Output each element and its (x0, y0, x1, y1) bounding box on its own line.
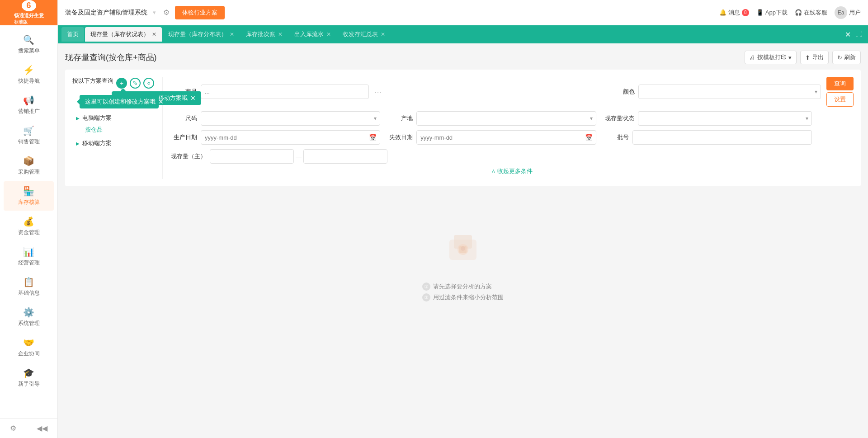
logo-icon: 6 (22, 0, 36, 11)
sidebar-item-system[interactable]: ⚙️ 系统管理 (4, 302, 54, 332)
page-title: 现存量查询(按仓库+商品) (65, 52, 157, 63)
scheme-group-desktop-header[interactable]: ▶ 电脑端方案 (72, 112, 159, 124)
exp-date-calendar-icon[interactable]: 📅 (585, 134, 593, 141)
tooltip2-close[interactable]: ✕ (158, 98, 164, 105)
sidebar-item-label: 采购管理 (18, 168, 40, 176)
print-btn[interactable]: 🖨 按模板打印 ▾ (745, 51, 797, 64)
app-download-action[interactable]: 📱 App下载 (756, 9, 788, 17)
sidebar-item-search[interactable]: 🔍 搜索菜单 (4, 30, 54, 59)
color-select-wrap: ▾ (638, 85, 821, 99)
scheme-group-desktop: ▶ 电脑端方案 按仓品 (72, 112, 159, 136)
tab-collect[interactable]: 收发存汇总表 ✕ (337, 27, 391, 42)
sidebar-item-label: 库存核算 (18, 198, 40, 206)
scheme-group-mobile-header[interactable]: ▶ 移动端方案 (72, 137, 159, 149)
filter-body: 按以下方案查询 + ✎ 电脑方案可设为移动方案哦 ✕ « (72, 77, 854, 179)
dropdown-icon: ▾ (788, 54, 792, 61)
handshake-icon: 🤝 (23, 337, 34, 348)
mobile-icon: 📱 (756, 9, 764, 16)
filter-rows: 商品 ⋯ 颜色 ▾ (170, 77, 854, 164)
scheme-tree: ▶ 电脑端方案 按仓品 ▶ 移动端方案 (72, 112, 159, 149)
sidebar-item-basic[interactable]: 📋 基础信息 (4, 272, 54, 301)
tab-expand[interactable]: ⛶ (855, 30, 863, 38)
tab-home[interactable]: 首页 (61, 27, 84, 42)
stock-status-select[interactable] (638, 111, 812, 126)
sidebar-item-guide[interactable]: 🎓 新手引导 (4, 363, 54, 392)
edit-scheme-btn[interactable]: ✎ (130, 78, 141, 89)
mobile-group-label: 移动端方案 (82, 139, 112, 147)
exp-date-wrap: 📅 (416, 130, 596, 145)
sidebar-item-purchase[interactable]: 📦 采购管理 (4, 151, 54, 180)
stock-main-max-input[interactable] (303, 149, 387, 164)
guide-icon: 🎓 (23, 367, 34, 378)
scheme-panel: 按以下方案查询 + ✎ 电脑方案可设为移动方案哦 ✕ « (72, 77, 163, 179)
sidebar-item-label: 快捷导航 (18, 77, 40, 85)
tab-close-all[interactable]: ✕ (845, 30, 851, 39)
sidebar-item-sales[interactable]: 🛒 销售管理 (4, 121, 54, 150)
experience-btn[interactable]: 体验行业方案 (175, 6, 225, 19)
sidebar-item-label: 系统管理 (18, 320, 40, 327)
export-btn[interactable]: ⬆ 导出 (800, 51, 829, 64)
tab-inventory-dist-close[interactable]: ✕ (230, 31, 234, 38)
prod-date-input[interactable] (201, 130, 380, 145)
goods-dots-btn[interactable]: ⋯ (373, 88, 383, 96)
tab-batch[interactable]: 库存批次账 ✕ (241, 27, 288, 42)
filter-field-stock-main: 现存量（主） — (170, 149, 387, 164)
size-label: 尺码 (170, 114, 197, 122)
chart-icon: 📊 (23, 246, 34, 257)
stock-main-min-input[interactable] (210, 149, 294, 164)
tab-inout[interactable]: 出入库流水 ✕ (289, 27, 336, 42)
sidebar-item-marketing[interactable]: 📢 营销推广 (4, 90, 54, 120)
tooltip1-close[interactable]: ✕ (190, 94, 196, 102)
query-button[interactable]: 查询 (826, 77, 854, 90)
tabbar: 首页 现存量（库存状况表） ✕ 现存量（库存分布表） ✕ 库存批次账 ✕ 出入库… (58, 25, 868, 43)
sidebar-item-operation[interactable]: 📊 经营管理 (4, 242, 54, 271)
tooltip-scheme-create: 这里可以创建和修改方案哦 ✕ (80, 95, 159, 108)
sidebar-settings-btn[interactable]: ⚙ (10, 424, 16, 433)
refresh-icon: ↻ (837, 54, 842, 61)
tab-collect-close[interactable]: ✕ (381, 31, 385, 38)
tab-inventory-status[interactable]: 现存量（库存状况表） ✕ (85, 27, 162, 42)
tab-batch-label: 库存批次账 (246, 30, 275, 38)
collapse-row[interactable]: ∧ 收起更多条件 (170, 164, 854, 179)
exp-date-input[interactable] (416, 130, 596, 145)
filter-field-batch: 批号 (602, 130, 812, 145)
message-action[interactable]: 🔔 消息 8 (719, 9, 749, 17)
sidebar-bottom: ⚙ ◀◀ (0, 418, 57, 438)
empty-steps-list: ① 请先选择要分析的方案 ② 用过滤条件来缩小分析范围 (422, 283, 504, 304)
origin-select[interactable] (416, 111, 596, 126)
origin-select-wrap: ▾ (416, 111, 596, 126)
sidebar-collapse-btn[interactable]: ◀◀ (37, 424, 47, 433)
scheme-item-warehouse[interactable]: 按仓品 (72, 124, 159, 136)
reset-button[interactable]: 设置 (826, 92, 854, 107)
goods-input[interactable] (201, 85, 369, 99)
export-icon: ⬆ (805, 54, 810, 61)
tab-inventory-dist[interactable]: 现存量（库存分布表） ✕ (163, 27, 240, 42)
refresh-btn[interactable]: ↻ 刷新 (832, 51, 861, 64)
tab-inout-close[interactable]: ✕ (326, 31, 331, 38)
sidebar-item-finance[interactable]: 💰 资金管理 (4, 212, 54, 241)
back-scheme-btn[interactable]: « (143, 78, 154, 89)
sidebar-item-quick[interactable]: ⚡ 快捷导航 (4, 60, 54, 89)
user-action[interactable]: Ea 用户 (835, 6, 861, 19)
sidebar-nav: 🔍 搜索菜单 ⚡ 快捷导航 📢 营销推广 🛒 销售管理 📦 采购管理 🏪 库存核… (0, 25, 57, 418)
size-select[interactable] (201, 111, 380, 126)
filter-field-size: 尺码 ▾ (170, 111, 380, 126)
prod-date-wrap: 📅 (201, 130, 380, 145)
collapse-icon: ∧ (491, 168, 496, 174)
batch-input[interactable] (632, 130, 812, 145)
megaphone-icon: 📢 (23, 95, 34, 106)
tab-inventory-status-close[interactable]: ✕ (152, 31, 156, 38)
sidebar-item-label: 企业协同 (18, 350, 40, 358)
prod-date-calendar-icon[interactable]: 📅 (369, 134, 377, 141)
stock-status-label: 现存量状态 (602, 114, 634, 122)
tab-batch-close[interactable]: ✕ (278, 31, 283, 38)
tab-collect-label: 收发存汇总表 (343, 30, 378, 38)
sidebar-item-inventory[interactable]: 🏪 库存核算 (4, 181, 54, 211)
settings-gear-icon[interactable]: ⚙ (163, 8, 170, 17)
online-support-action[interactable]: 🎧 在线客服 (795, 9, 827, 17)
color-select[interactable] (638, 85, 821, 99)
sidebar-item-enterprise[interactable]: 🤝 企业协同 (4, 333, 54, 362)
stock-main-range: — (210, 149, 387, 164)
page-actions: 🖨 按模板打印 ▾ ⬆ 导出 ↻ 刷新 (745, 51, 861, 64)
filter-field-prod-date: 生产日期 📅 (170, 130, 380, 145)
